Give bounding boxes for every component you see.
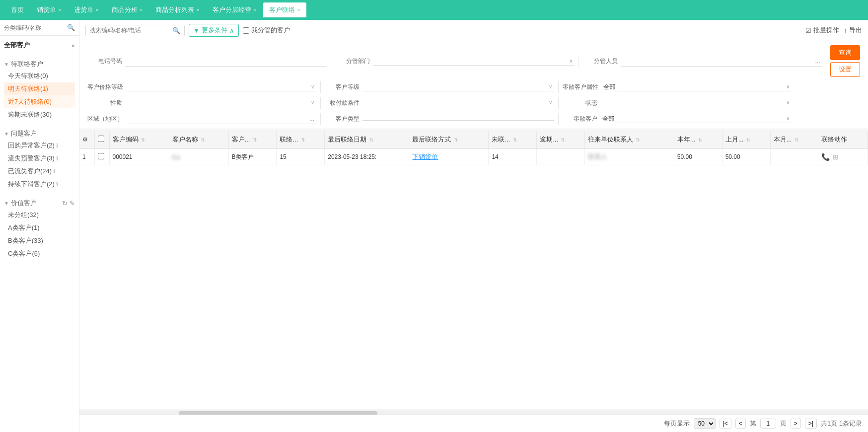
page-number-input[interactable] <box>760 419 776 429</box>
close-product-list-icon[interactable]: × <box>196 7 199 13</box>
sidebar-search-icon[interactable]: 🔍 <box>67 24 75 31</box>
filter-panel: 电话号码 分管部门 ∨ 分管人员 ... <box>79 41 868 129</box>
pending-contact-group-title[interactable]: ▼ 待联络客户 <box>4 58 75 70</box>
nav-product-analysis[interactable]: 商品分析 × <box>106 2 148 17</box>
sidebar-item-tomorrow[interactable]: 明天待联络(1) <box>4 82 75 95</box>
sidebar-item-declining[interactable]: 持续下滑客户(2) ℹ <box>4 178 75 191</box>
problem-customers-group-title[interactable]: ▼ 问题客户 <box>4 127 75 139</box>
sidebar-search-input[interactable] <box>4 24 65 31</box>
dept-select[interactable]: ∨ <box>373 57 575 66</box>
table-row: 1 000021 Ea B类客户 15 2023-05-23 18:25: 下销… <box>79 148 868 165</box>
area-select[interactable]: ... <box>126 113 316 124</box>
area-dots-icon[interactable]: ... <box>309 115 314 122</box>
sidebar-item-class-a[interactable]: A类客户(1) <box>4 221 75 234</box>
sort-type-icon[interactable]: ⇅ <box>253 137 257 143</box>
sidebar-all-customers-title[interactable]: 全部客户 « <box>4 39 75 52</box>
pending-contact-section: ▼ 待联络客户 今天待联络(0) 明天待联络(1) 近7天待联络(0) 逾期未联… <box>0 55 79 124</box>
status-select[interactable]: ∨ <box>600 98 792 107</box>
horizontal-scrollbar[interactable] <box>79 411 868 415</box>
person-dots-icon[interactable]: ... <box>815 57 820 65</box>
person-select[interactable]: ... <box>621 56 822 67</box>
value-customers-group-title[interactable]: ▼ 价值客户 ↻ ✎ <box>4 197 75 209</box>
nav-home[interactable]: 首页 <box>5 2 30 17</box>
first-page-button[interactable]: |< <box>720 419 731 429</box>
sort-code-icon[interactable]: ⇅ <box>141 137 145 143</box>
sort-this-year-icon[interactable]: ⇅ <box>698 137 702 143</box>
phone-action-icon[interactable]: 📞 <box>821 153 830 161</box>
grid-action-icon[interactable]: ⊞ <box>833 153 839 161</box>
query-button[interactable]: 查询 <box>830 45 860 60</box>
retail-customer-chevron-icon: ∨ <box>786 116 790 121</box>
nature-select[interactable]: ∨ <box>125 98 316 107</box>
close-customer-contact-icon[interactable]: × <box>297 7 300 13</box>
customer-level-select[interactable]: ∨ <box>362 82 554 91</box>
search-input[interactable] <box>90 27 170 34</box>
sidebar-item-class-c[interactable]: C类客户(6) <box>4 247 75 260</box>
export-button[interactable]: ↑ 导出 <box>844 26 863 35</box>
area-field: 区域（地区） ... <box>87 113 316 124</box>
more-filter-button[interactable]: ▼ 更多条件 ∧ <box>189 24 239 37</box>
row-checkbox[interactable] <box>98 153 104 159</box>
sidebar-item-overdue[interactable]: 逾期未联络(30) <box>4 108 75 121</box>
col-last-month: 上月... ⇅ <box>722 131 770 148</box>
col-settings[interactable]: ⚙ <box>79 131 94 148</box>
setting-button[interactable]: 设置 <box>830 62 860 77</box>
retail-customer-select[interactable]: ∨ <box>617 114 792 123</box>
select-all-checkbox[interactable] <box>98 136 104 142</box>
refresh-icon[interactable]: ↻ <box>62 200 68 207</box>
divider-4 <box>558 81 559 93</box>
sidebar-item-class-b[interactable]: B类客户(33) <box>4 234 75 247</box>
phone-input[interactable] <box>125 56 327 67</box>
batch-operation-button[interactable]: ☑ 批量操作 <box>805 26 839 35</box>
close-customer-tier-icon[interactable]: × <box>253 7 256 13</box>
close-sales-icon[interactable]: × <box>58 7 61 13</box>
customer-type-select[interactable] <box>362 117 554 121</box>
sort-overdue-icon[interactable]: ⇅ <box>561 137 565 143</box>
sidebar-item-churned[interactable]: 已流失客户(24) ℹ <box>4 165 75 178</box>
sidebar-item-repurchase-abnormal[interactable]: 回购异常客户(2) ℹ <box>4 139 75 152</box>
sidebar-collapse-icon[interactable]: « <box>72 42 75 49</box>
nav-customer-contact[interactable]: 客户联络 × <box>263 2 306 17</box>
nav-customer-tier[interactable]: 客户分层经营 × <box>207 2 262 17</box>
close-product-analysis-icon[interactable]: × <box>140 7 143 13</box>
search-icon[interactable]: 🔍 <box>172 27 180 34</box>
sidebar-item-today[interactable]: 今天待联络(0) <box>4 70 75 82</box>
cell-no-contact: 14 <box>489 148 537 165</box>
nav-product-analysis-list[interactable]: 商品分析列表 × <box>149 2 205 17</box>
col-this-year: 本年... ⇅ <box>674 131 722 148</box>
payment-select[interactable]: ∨ <box>362 98 554 107</box>
sort-method-icon[interactable]: ⇅ <box>454 137 458 143</box>
sort-last-month-icon[interactable]: ⇅ <box>746 137 750 143</box>
my-customers-checkbox[interactable] <box>243 27 249 34</box>
customer-value-select[interactable]: ∨ <box>126 82 316 91</box>
sort-name-icon[interactable]: ⇅ <box>201 137 205 143</box>
sidebar-item-7days[interactable]: 近7天待联络(0) <box>4 95 75 108</box>
nav-purchase[interactable]: 进货单 × <box>68 2 104 17</box>
sort-no-contact-icon[interactable]: ⇅ <box>513 137 517 143</box>
sidebar-all-customers-section: 全部客户 « <box>0 36 79 55</box>
cell-type: B类客户 <box>228 148 277 165</box>
sort-date-icon[interactable]: ⇅ <box>369 137 373 143</box>
nav-sales[interactable]: 销货单 × <box>31 2 67 17</box>
contact-method-link[interactable]: 下销货单 <box>412 153 438 160</box>
retail-attr-select[interactable]: ∨ <box>618 82 792 91</box>
col-overdue: 逾期... ⇅ <box>537 131 585 148</box>
data-table-wrap: ⚙ 客户编码 ⇅ 客户名称 ⇅ 客户... ⇅ <box>79 131 868 409</box>
sort-this-month-icon[interactable]: ⇅ <box>795 137 798 143</box>
checkbox-icon: ☑ <box>805 27 811 34</box>
close-purchase-icon[interactable]: × <box>95 7 98 13</box>
page-size-select[interactable]: 50 <box>694 418 716 429</box>
customer-value-field: 客户价格等级 ∨ <box>87 82 316 91</box>
sidebar-item-churn-warning[interactable]: 流失预警客户(3) ℹ <box>4 152 75 165</box>
last-page-button[interactable]: >| <box>805 419 817 429</box>
payment-chevron-icon: ∨ <box>549 100 552 105</box>
cell-this-month <box>770 148 818 165</box>
sort-unit-icon[interactable]: ⇅ <box>636 137 640 143</box>
col-checkbox <box>94 131 109 148</box>
prev-page-button[interactable]: < <box>735 419 746 429</box>
divider-6 <box>558 97 559 109</box>
sort-contact-icon[interactable]: ⇅ <box>301 137 305 143</box>
next-page-button[interactable]: > <box>791 419 801 429</box>
sidebar-item-ungrouped[interactable]: 未分组(32) <box>4 209 75 221</box>
edit-icon[interactable]: ✎ <box>70 200 75 207</box>
